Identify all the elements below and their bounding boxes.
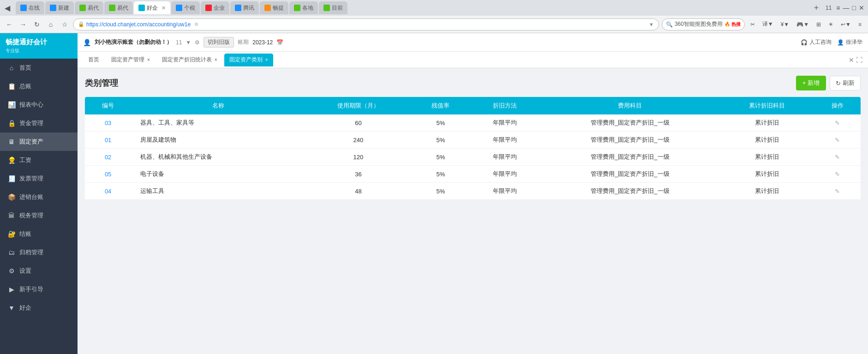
browser-tab-t9[interactable]: 畅提	[260, 1, 288, 14]
sidebar-item-home[interactable]: ⌂首页	[0, 59, 78, 77]
top-bar-left: 👤 刘小艳演示账套（勿删勿动！） 11 ▼ ⚙ 切到旧版 账期 2023-12 …	[83, 37, 283, 48]
table-row: 02机器、机械和其他生产设备1205%年限平均管理费用_固定资产折旧_一级累计折…	[85, 149, 861, 166]
cell-method-row1: 年限平均	[470, 132, 540, 149]
brightness-btn[interactable]: ☀	[826, 20, 836, 29]
maximize-page-btn[interactable]: ⛶	[856, 56, 862, 64]
translate-btn[interactable]: 译▼	[760, 19, 776, 29]
cell-op-row2[interactable]: ✎	[814, 149, 861, 166]
edit-icon-row1[interactable]: ✎	[835, 137, 840, 144]
close-page-btn[interactable]: ✕	[849, 56, 854, 64]
cell-method-row4: 年限平均	[470, 183, 540, 200]
page-tab-depreciation-tab[interactable]: 固定资产折旧统计表×	[157, 54, 222, 66]
page-tab-label-fixed-mgmt-tab: 固定资产管理	[111, 56, 144, 64]
browser-back-btn[interactable]: ◀	[2, 2, 13, 13]
url-dropdown-icon[interactable]: ▼	[649, 22, 654, 27]
switch-version-btn[interactable]: 切到旧版	[204, 37, 234, 48]
browser-tab-t10[interactable]: 各地	[289, 1, 318, 14]
refresh-icon: ↻	[836, 80, 841, 87]
browser-tab-t6[interactable]: 个税	[171, 1, 200, 14]
menu-btn[interactable]: ≡	[856, 20, 864, 29]
sidebar-item-salary[interactable]: 👷工资	[0, 151, 78, 169]
forward-button[interactable]: →	[18, 19, 29, 30]
sidebar-item-fund[interactable]: 🔒资金管理	[0, 114, 78, 132]
page-tab-label-category-tab: 固定资产类别	[229, 56, 263, 64]
sidebar-item-invoice[interactable]: 🧾发票管理	[0, 169, 78, 188]
new-tab-button[interactable]: +	[810, 1, 823, 14]
bookmark-button[interactable]: ☆	[59, 19, 70, 30]
undo-btn[interactable]: ↩▼	[838, 20, 854, 29]
browser-tab-t7[interactable]: 企业	[201, 1, 229, 14]
maximize-btn[interactable]: □	[852, 4, 856, 12]
page-tab-close-fixed-mgmt-tab[interactable]: ×	[147, 57, 150, 62]
cell-rate-row1: 5%	[412, 132, 470, 149]
cell-op-row3[interactable]: ✎	[814, 166, 861, 183]
browser-tab-t1[interactable]: 在线	[16, 1, 44, 14]
header-actions: + 新增 ↻ 刷新	[796, 76, 861, 90]
cell-op-row4[interactable]: ✎	[814, 183, 861, 200]
back-button[interactable]: ←	[4, 19, 15, 30]
url-bar[interactable]: 🔒 https://cloud.chanjet.com/accounting/u…	[73, 18, 659, 30]
close-btn[interactable]: ✕	[859, 4, 864, 12]
browser-tab-t4[interactable]: 易代	[104, 1, 133, 14]
cell-name-row4: 运输工具	[131, 183, 305, 200]
browser-tab-t5[interactable]: 好企✕	[134, 1, 170, 14]
sidebar-item-settings[interactable]: ⚙设置	[0, 262, 78, 280]
browser-tab-t8[interactable]: 腾讯	[230, 1, 259, 14]
sidebar-item-purchase[interactable]: 📦进销台账	[0, 188, 78, 206]
user-profile-btn[interactable]: 👤 徐泽华	[837, 38, 862, 46]
sidebar-item-ledger[interactable]: 📋总账	[0, 77, 78, 96]
table-header-5: 费用科目	[540, 97, 720, 114]
sidebar-icon-ledger: 📋	[7, 82, 16, 90]
sidebar-label-salary: 工资	[19, 156, 31, 164]
sidebar-item-tax[interactable]: 🏛税务管理	[0, 206, 78, 225]
sidebar-item-report[interactable]: 📊报表中心	[0, 96, 78, 114]
page-tab-close-category-tab[interactable]: ×	[265, 57, 268, 62]
sidebar-item-fixed[interactable]: 🖥固定资产	[0, 132, 78, 151]
tab-more-btn[interactable]: ≡	[836, 4, 840, 12]
edit-icon-row4[interactable]: ✎	[835, 188, 840, 195]
add-button[interactable]: + 新增	[796, 76, 826, 90]
cell-method-row3: 年限平均	[470, 166, 540, 183]
home-button[interactable]: ⌂	[45, 19, 56, 30]
edit-icon-row3[interactable]: ✎	[835, 171, 840, 178]
browser-tab-t11[interactable]: 目前	[319, 1, 347, 14]
scissors-btn[interactable]: ✂	[748, 20, 758, 29]
account-icon: 👤	[83, 39, 91, 46]
grid-btn[interactable]: ⊞	[814, 20, 824, 29]
cell-op-row1[interactable]: ✎	[814, 132, 861, 149]
cell-op-row0[interactable]: ✎	[814, 114, 861, 132]
sidebar-item-archive[interactable]: 🗂归档管理	[0, 243, 78, 262]
sidebar-item-settle[interactable]: 🔐结账	[0, 225, 78, 243]
sidebar-item-guide[interactable]: ▶新手引导	[0, 280, 78, 299]
game-btn[interactable]: 🎮▼	[794, 20, 812, 29]
account-dropdown-icon[interactable]: ▼	[186, 39, 191, 46]
browser-tab-t3[interactable]: 易代	[75, 1, 103, 14]
page-tab-close-depreciation-tab[interactable]: ×	[215, 57, 217, 62]
table-row: 05电子设备365%年限平均管理费用_固定资产折旧_一级累计折旧✎	[85, 166, 861, 183]
edit-icon-row0[interactable]: ✎	[835, 120, 840, 126]
reload-button[interactable]: ↻	[31, 19, 42, 30]
browser-tab-t2[interactable]: 新建	[45, 1, 74, 14]
cell-name-row1: 房屋及建筑物	[131, 132, 305, 149]
page-tab-home-tab[interactable]: 首页	[83, 54, 104, 66]
tab-favicon-t5	[138, 5, 145, 11]
edit-icon-row2[interactable]: ✎	[835, 154, 840, 161]
toolbar-icons: ✂ 译▼ ¥▼ 🎮▼ ⊞ ☀ ↩▼ ≡	[748, 19, 864, 29]
sidebar-label-more: 好企	[19, 304, 31, 312]
minimize-btn[interactable]: —	[843, 4, 850, 12]
address-bar: ← → ↻ ⌂ ☆ 🔒 https://cloud.chanjet.com/ac…	[0, 16, 868, 33]
table-header-3: 残值率	[412, 97, 470, 114]
cell-period-row0: 60	[305, 114, 412, 132]
wallet-btn[interactable]: ¥▼	[778, 20, 792, 29]
calendar-icon[interactable]: 📅	[276, 39, 283, 46]
refresh-button[interactable]: ↻ 刷新	[830, 76, 861, 90]
account-settings-btn[interactable]: ⚙	[195, 39, 200, 46]
tab-close-t5[interactable]: ✕	[162, 5, 166, 11]
tab-favicon-t3	[79, 5, 86, 11]
page-tab-fixed-mgmt-tab[interactable]: 固定资产管理×	[106, 54, 155, 66]
sidebar-item-more[interactable]: ▼好企	[0, 299, 78, 317]
page-tab-category-tab[interactable]: 固定资产类别×	[224, 54, 273, 66]
consult-btn[interactable]: 🎧 人工咨询	[801, 38, 832, 46]
search-bar[interactable]: 🔍 360智能抠图免费用 🔥 热搜	[662, 18, 745, 30]
tab-label-t5: 好企	[147, 4, 158, 12]
